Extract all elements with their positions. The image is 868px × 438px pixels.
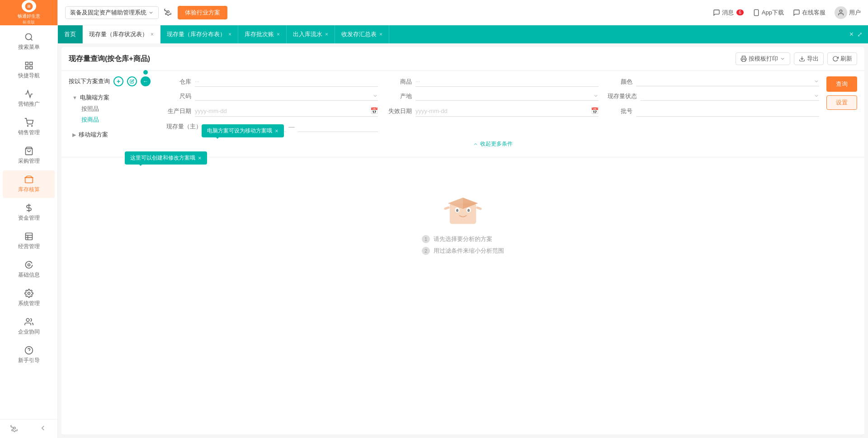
sidebar-item-operations-label: 经营管理 — [18, 243, 40, 250]
filter-edit-btn[interactable] — [127, 76, 137, 86]
tab-home[interactable]: 首页 — [58, 25, 83, 43]
empty-state: 1 请先选择要分析的方案 2 用过滤条件来缩小分析范围 — [61, 157, 864, 282]
sidebar-item-finance[interactable]: 资金管理 — [3, 199, 55, 226]
user-menu[interactable]: 用户 — [835, 6, 861, 19]
step-1-num: 1 — [422, 235, 430, 243]
sidebar-item-newbie[interactable]: 新手引导 — [3, 341, 55, 369]
empty-step-1: 1 请先选择要分析的方案 — [422, 235, 504, 243]
app-name: 畅通好生意 — [18, 13, 40, 19]
sidebar-item-inventory-label: 库存核算 — [18, 186, 40, 193]
tab-inventory-status-close[interactable]: × — [151, 31, 154, 38]
tabbar-actions: × ⤢ — [844, 25, 868, 43]
warehouse-label: 仓库 — [166, 78, 191, 86]
tab-home-label: 首页 — [64, 30, 76, 38]
origin-label: 产地 — [387, 92, 412, 100]
sidebar-item-enterprise[interactable]: 企业协同 — [3, 313, 55, 340]
svg-point-7 — [31, 126, 32, 127]
sidebar-item-marketing-label: 营销推广 — [18, 100, 40, 108]
tab-recv-summary-close[interactable]: × — [379, 31, 382, 38]
svg-point-6 — [27, 126, 28, 127]
scheme-list: ▼ 电脑端方案 按照品 按商品 ▶ 移动端方案 — [72, 92, 159, 141]
svg-rect-4 — [25, 66, 28, 69]
app-download-btn[interactable]: App下载 — [753, 9, 784, 17]
tab-batch-ledger[interactable]: 库存批次账 × — [238, 25, 287, 43]
filter-row-size: 尺码 — [166, 91, 378, 101]
filter-back-btn[interactable]: ← — [141, 76, 151, 86]
collapse-sidebar-btn[interactable] — [39, 424, 47, 433]
sidebar-item-quick-nav[interactable]: 快捷导航 — [3, 57, 55, 84]
search-btn[interactable]: 查询 — [826, 76, 857, 92]
svg-point-15 — [28, 264, 30, 266]
svg-rect-11 — [25, 233, 32, 240]
goods-select[interactable]: ··· — [415, 76, 599, 87]
tooltip-scheme-create: 这里可以创建和修改方案哦 × — [125, 151, 207, 165]
svg-rect-34 — [476, 206, 482, 210]
tab-inout-flow-close[interactable]: × — [325, 31, 328, 38]
sidebar-item-basic[interactable]: 基础信息 — [3, 256, 55, 283]
filter-title: 按以下方案查询 — [69, 77, 110, 85]
tab-inventory-dist[interactable]: 现存量（库存分布表） × — [160, 25, 238, 43]
tabbar-maximize[interactable]: ⤢ — [857, 31, 863, 38]
tooltip2-text: 这里可以创建和修改方案哦 — [130, 154, 195, 162]
batch-input[interactable] — [636, 106, 819, 117]
topbar-settings-icon[interactable] — [164, 8, 172, 17]
sidebar-item-search[interactable]: 搜索菜单 — [3, 28, 55, 56]
tab-recv-summary[interactable]: 收发存汇总表 × — [335, 25, 389, 43]
message-badge: 6 — [736, 9, 744, 15]
sidebar-item-inventory[interactable]: 库存核算 — [3, 170, 55, 198]
tooltip2-close[interactable]: × — [198, 155, 202, 161]
online-support-btn[interactable]: 在线客服 — [793, 9, 826, 17]
sidebar-item-operations[interactable]: 经营管理 — [3, 227, 55, 255]
tab-inout-flow[interactable]: 出入库流水 × — [287, 25, 335, 43]
tab-inventory-status[interactable]: 现存量（库存状况表） × — [83, 25, 160, 43]
refresh-btn[interactable]: 刷新 — [827, 52, 857, 65]
empty-illustration — [440, 184, 486, 230]
range-dash: — — [289, 123, 295, 130]
sidebar-item-system[interactable]: 系统管理 — [3, 284, 55, 312]
print-btn[interactable]: 按模板打印 — [736, 52, 790, 65]
scheme-pc-group[interactable]: ▼ 电脑端方案 — [72, 92, 159, 104]
warehouse-select[interactable]: ··· — [195, 76, 378, 87]
page-actions: 按模板打印 导出 刷新 — [736, 52, 857, 65]
trial-btn[interactable]: 体验行业方案 — [178, 6, 227, 19]
set-btn[interactable]: 设置 — [826, 95, 857, 110]
scheme-pc-item-0[interactable]: 按照品 — [81, 104, 159, 114]
color-select[interactable] — [636, 77, 819, 86]
goods-label: 商品 — [387, 78, 412, 86]
svg-rect-33 — [444, 206, 450, 210]
sidebar-item-basic-label: 基础信息 — [18, 271, 40, 279]
produce-date-input[interactable]: yyyy-mm-dd 📅 — [195, 105, 378, 117]
scheme-pc-item-1[interactable]: 按商品 — [81, 114, 159, 125]
export-btn[interactable]: 导出 — [794, 52, 824, 65]
filter-row-origin: 产地 — [387, 91, 599, 101]
app-tag: 标准版 — [23, 19, 35, 25]
filter-row-warehouse: 仓库 ··· — [166, 76, 378, 87]
tabbar-close-all[interactable]: × — [849, 30, 854, 38]
tab-inventory-dist-label: 现存量（库存分布表） — [167, 30, 226, 38]
sidebar-item-marketing[interactable]: 营销推广 — [3, 85, 55, 113]
sidebar-bottom — [0, 419, 57, 438]
svg-line-1 — [30, 39, 32, 41]
tooltip1-text: 电脑方案可设为移动方案哦 — [207, 127, 272, 135]
empty-step-2: 2 用过滤条件来缩小分析范围 — [422, 247, 504, 255]
system-selector[interactable]: 装备及固定资产辅助管理系统 — [65, 6, 159, 19]
settings-btn[interactable] — [10, 424, 19, 433]
tab-inventory-dist-close[interactable]: × — [228, 31, 231, 38]
tooltip1-close[interactable]: × — [275, 127, 278, 134]
sidebar-item-sales[interactable]: 销售管理 — [3, 113, 55, 141]
origin-select[interactable] — [415, 91, 599, 101]
app-logo: 畅通好生意 标准版 — [0, 0, 57, 25]
expire-date-input[interactable]: yyyy-mm-dd 📅 — [415, 105, 599, 117]
filter-add-btn[interactable]: + — [113, 76, 123, 86]
tab-batch-ledger-close[interactable]: × — [277, 31, 280, 38]
svg-rect-9 — [25, 178, 33, 183]
stock-max-input[interactable] — [297, 121, 378, 132]
message-btn[interactable]: 消息 6 — [713, 9, 744, 17]
svg-rect-25 — [742, 59, 745, 61]
size-select[interactable] — [195, 91, 378, 101]
scheme-mobile-group[interactable]: ▶ 移动端方案 — [72, 129, 159, 141]
stock-status-select[interactable] — [641, 91, 819, 101]
collapse-btn[interactable]: 收起更多条件 — [469, 137, 516, 151]
sidebar-item-purchase[interactable]: 采购管理 — [3, 142, 55, 170]
sidebar-item-search-label: 搜索菜单 — [18, 43, 40, 51]
